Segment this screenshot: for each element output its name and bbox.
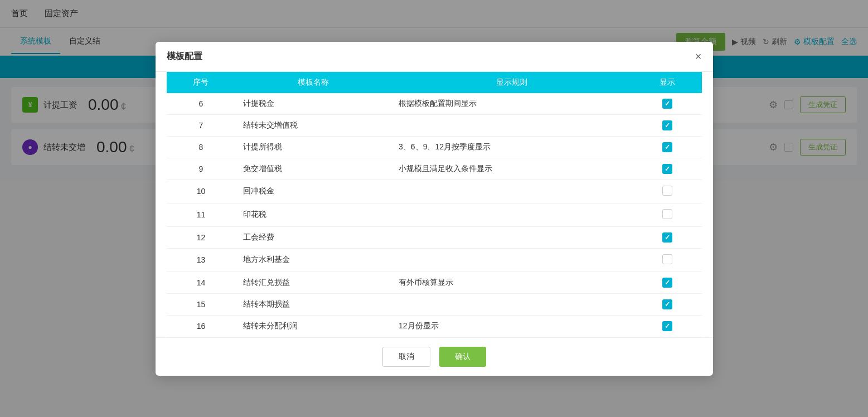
cell-rule	[391, 248, 633, 271]
cell-rule: 小规模且满足收入条件显示	[391, 158, 633, 180]
modal-body: 序号 模板名称 显示规则 显示 6计提税金根据模板配置期间显示7结转未交增值税8…	[156, 72, 713, 337]
table-head: 序号 模板名称 显示规则 显示	[167, 72, 702, 93]
row-checkbox-11[interactable]	[662, 209, 672, 219]
cell-rule: 3、6、9、12月按季度显示	[391, 136, 633, 158]
row-checkbox-8[interactable]	[662, 142, 672, 152]
modal-header: 模板配置 ×	[156, 42, 713, 72]
row-checkbox-13[interactable]	[662, 254, 672, 264]
cell-id: 11	[167, 203, 236, 226]
table-row: 13地方水利基金	[167, 248, 702, 271]
row-checkbox-16[interactable]	[662, 321, 672, 331]
cell-id: 6	[167, 93, 236, 115]
modal-close-button[interactable]: ×	[695, 51, 702, 62]
cell-rule	[391, 114, 633, 136]
cell-id: 8	[167, 136, 236, 158]
col-header-rule: 显示规则	[391, 72, 633, 93]
row-checkbox-14[interactable]	[662, 278, 672, 288]
cell-checkbox	[633, 293, 702, 315]
cancel-button[interactable]: 取消	[382, 347, 430, 367]
cell-rule: 12月份显示	[391, 315, 633, 337]
cell-checkbox	[633, 180, 702, 203]
cell-rule: 根据模板配置期间显示	[391, 93, 633, 115]
cell-name: 结转本期损益	[235, 293, 391, 315]
table-row: 8计提所得税3、6、9、12月按季度显示	[167, 136, 702, 158]
cell-rule	[391, 293, 633, 315]
row-checkbox-7[interactable]	[662, 120, 672, 130]
cell-rule	[391, 203, 633, 226]
cell-name: 计提所得税	[235, 136, 391, 158]
cell-rule	[391, 180, 633, 203]
table-row: 11印花税	[167, 203, 702, 226]
table-row: 12工会经费	[167, 226, 702, 248]
row-checkbox-9[interactable]	[662, 164, 672, 174]
table-row: 9免交增值税小规模且满足收入条件显示	[167, 158, 702, 180]
cell-checkbox	[633, 226, 702, 248]
cell-checkbox	[633, 271, 702, 293]
cell-id: 13	[167, 248, 236, 271]
cell-name: 结转未分配利润	[235, 315, 391, 337]
table-row: 7结转未交增值税	[167, 114, 702, 136]
cell-id: 7	[167, 114, 236, 136]
cell-rule: 有外币核算显示	[391, 271, 633, 293]
cell-checkbox	[633, 114, 702, 136]
table-row: 16结转未分配利润12月份显示	[167, 315, 702, 337]
cell-checkbox	[633, 158, 702, 180]
table-row: 15结转本期损益	[167, 293, 702, 315]
table-body: 6计提税金根据模板配置期间显示7结转未交增值税8计提所得税3、6、9、12月按季…	[167, 93, 702, 337]
cell-name: 免交增值税	[235, 158, 391, 180]
col-header-display: 显示	[633, 72, 702, 93]
cell-id: 16	[167, 315, 236, 337]
confirm-button[interactable]: 确认	[439, 347, 486, 367]
row-checkbox-6[interactable]	[662, 99, 672, 109]
cell-id: 12	[167, 226, 236, 248]
cell-checkbox	[633, 136, 702, 158]
cell-checkbox	[633, 93, 702, 115]
cell-checkbox	[633, 248, 702, 271]
col-header-id: 序号	[167, 72, 236, 93]
cell-id: 9	[167, 158, 236, 180]
cell-name: 结转汇兑损益	[235, 271, 391, 293]
cell-name: 印花税	[235, 203, 391, 226]
cell-name: 地方水利基金	[235, 248, 391, 271]
cell-name: 工会经费	[235, 226, 391, 248]
cell-id: 14	[167, 271, 236, 293]
row-checkbox-15[interactable]	[662, 299, 672, 309]
row-checkbox-10[interactable]	[662, 186, 672, 196]
cell-rule	[391, 226, 633, 248]
modal-overlay: 模板配置 × 序号 模板名称 显示规则 显示 6计提税金根据模板配置期间显示7结…	[0, 0, 868, 417]
table-row: 14结转汇兑损益有外币核算显示	[167, 271, 702, 293]
table-row: 6计提税金根据模板配置期间显示	[167, 93, 702, 115]
cell-name: 回冲税金	[235, 180, 391, 203]
cell-id: 15	[167, 293, 236, 315]
table-row: 10回冲税金	[167, 180, 702, 203]
modal-template-config: 模板配置 × 序号 模板名称 显示规则 显示 6计提税金根据模板配置期间显示7结…	[156, 42, 713, 376]
cell-name: 计提税金	[235, 93, 391, 115]
modal-title: 模板配置	[167, 51, 202, 62]
cell-checkbox	[633, 315, 702, 337]
config-table: 序号 模板名称 显示规则 显示 6计提税金根据模板配置期间显示7结转未交增值税8…	[167, 72, 702, 337]
modal-footer: 取消 确认	[156, 337, 713, 376]
col-header-name: 模板名称	[235, 72, 391, 93]
row-checkbox-12[interactable]	[662, 232, 672, 243]
cell-name: 结转未交增值税	[235, 114, 391, 136]
cell-checkbox	[633, 203, 702, 226]
cell-id: 10	[167, 180, 236, 203]
